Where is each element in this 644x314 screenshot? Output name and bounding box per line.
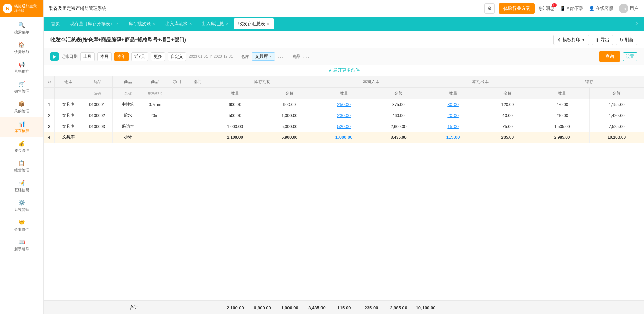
sidebar-icon-operations: 📋: [18, 160, 25, 166]
cell-spec: [143, 132, 167, 143]
service-icon: 👤: [589, 6, 594, 11]
top-header: 装备及固定资产辅助管理系统 ⚙ 体验行业方案 💬 消息 6 📱 App下载 👤 …: [44, 0, 644, 17]
th-settings[interactable]: ⚙: [44, 76, 55, 88]
sidebar-item-finance[interactable]: 💰 资金管理: [0, 137, 43, 156]
th-project: 项目: [167, 76, 187, 88]
sidebar-item-system[interactable]: ⚙️ 系统管理: [0, 196, 43, 216]
cell-name: 中性笔: [113, 99, 143, 110]
date-btn-last-month[interactable]: 上月: [80, 52, 95, 61]
cell-in-qty: 230.00: [317, 110, 371, 121]
message-button[interactable]: 💬 消息 6: [539, 5, 555, 12]
app-download-label: App下载: [567, 5, 583, 12]
online-service-button[interactable]: 👤 在线客服: [589, 5, 613, 12]
sidebar-item-operations[interactable]: 📋 经营管理: [0, 156, 43, 176]
tab-summary[interactable]: 出入库汇总 ×: [197, 18, 233, 29]
sidebar-label-sales: 销售管理: [14, 89, 29, 94]
date-btn-this-month[interactable]: 本月: [97, 52, 112, 61]
user-avatar[interactable]: Ea 用户: [619, 4, 639, 13]
sidebar-item-sales[interactable]: 🛒 销售管理: [0, 78, 43, 97]
sidebar-item-search[interactable]: 🔍 搜索菜单: [0, 18, 43, 38]
message-icon: 💬: [539, 6, 544, 11]
goods-ellipsis[interactable]: ...: [303, 53, 310, 60]
in-qty-link[interactable]: 230.00: [337, 113, 351, 118]
system-title: 装备及固定资产辅助管理系统: [49, 5, 480, 12]
header-settings-button[interactable]: ⚙: [484, 3, 495, 14]
th-in-qty: 数量: [317, 88, 371, 99]
th-out-amt: 金额: [480, 88, 535, 99]
sidebar-item-inventory[interactable]: 📊 库存核算: [0, 117, 43, 137]
cell-init-qty: 500.00: [208, 110, 262, 121]
date-btn-custom[interactable]: 自定义: [168, 52, 186, 61]
sidebar-icon-system: ⚙️: [18, 199, 25, 206]
app-download-button[interactable]: 📱 App下载: [560, 5, 583, 12]
tab-summary-close[interactable]: ×: [226, 22, 228, 26]
out-qty-link[interactable]: 115.00: [446, 135, 460, 140]
out-qty-link[interactable]: 20.00: [447, 113, 459, 118]
sidebar-item-quick-nav[interactable]: 🏠 快捷导航: [0, 38, 43, 58]
cell-project: [167, 110, 187, 121]
total-label: 合计: [46, 304, 222, 311]
in-qty-link[interactable]: 250.00: [337, 102, 351, 107]
tab-batch[interactable]: 库存批次账 ×: [124, 18, 160, 29]
cell-bal-qty: 1,505.00: [535, 121, 589, 132]
date-btn-more[interactable]: 更多: [151, 52, 165, 61]
page-header: 收发存汇总表(按仓库+商品编码+商品+规格型号+项目+部门) 🖨 模板打印 ▼ …: [44, 31, 644, 48]
sidebar-item-marketing[interactable]: 📢 营销推广: [0, 58, 43, 78]
sidebar-item-guide[interactable]: 📖 新手引导: [0, 235, 43, 255]
tab-batch-close[interactable]: ×: [153, 22, 155, 26]
cell-out-qty: 20.00: [426, 110, 480, 121]
cell-out-qty: 80.00: [426, 99, 480, 110]
sidebar-item-enterprise[interactable]: 🤝 企业协同: [0, 216, 43, 235]
refresh-button[interactable]: ↻ 刷新: [616, 35, 637, 45]
tab-inventory-dist-label: 现存量（库存分布表）: [70, 21, 114, 27]
filter-goods-section: 商品 ...: [292, 53, 310, 60]
export-label: 导出: [600, 37, 609, 43]
out-qty-link[interactable]: 80.00: [447, 102, 459, 107]
data-table: ⚙ 仓库 商品 商品 商品 项目 部门 库存期初 本期入库 本期出库 结存: [44, 76, 644, 143]
cell-num: 3: [44, 121, 55, 132]
sidebar-item-purchase[interactable]: 📦 采购管理: [0, 97, 43, 117]
th-init-stock: 库存期初: [208, 76, 317, 88]
sidebar-icon-purchase: 📦: [18, 101, 25, 107]
tab-home[interactable]: 首页: [46, 18, 65, 29]
logo-text: 畅捷通好生意: [14, 4, 37, 9]
tab-inventory-dist[interactable]: 现存量（库存分布表） ×: [65, 18, 123, 29]
expand-conditions-button[interactable]: ∨ 展开更多条件: [328, 67, 360, 73]
cell-bal-amt: 1,420.00: [589, 110, 644, 121]
export-button[interactable]: ⬆ 导出: [592, 35, 613, 45]
tab-receive-send-label: 收发存汇总表: [238, 21, 265, 27]
tab-flow[interactable]: 出入库流水 ×: [161, 18, 196, 29]
sidebar-icon-search: 🔍: [18, 22, 25, 28]
th-init-amt: 金额: [262, 88, 317, 99]
in-qty-link[interactable]: 1,000.00: [335, 135, 353, 140]
date-btn-this-year[interactable]: 本年: [114, 52, 129, 61]
settings-link[interactable]: 设置: [623, 52, 637, 61]
sidebar-icon-enterprise: 🤝: [18, 219, 25, 226]
filter-toggle-button[interactable]: ▶: [50, 52, 59, 61]
out-qty-link[interactable]: 15.00: [447, 124, 459, 129]
in-qty-link[interactable]: 520.00: [337, 124, 351, 129]
cell-num: 1: [44, 99, 55, 110]
warehouse-tag-close[interactable]: ×: [269, 54, 271, 59]
sidebar-item-basic-info[interactable]: 📝 基础信息: [0, 176, 43, 196]
tab-bar-close-button[interactable]: ×: [633, 21, 641, 27]
sidebar-icon-marketing: 📢: [18, 61, 25, 68]
cell-num: 2: [44, 110, 55, 121]
cell-project: [167, 132, 187, 143]
tab-summary-label: 出入库汇总: [202, 21, 224, 27]
tab-receive-send-close[interactable]: ×: [267, 22, 269, 26]
tab-flow-close[interactable]: ×: [189, 22, 192, 26]
print-template-button[interactable]: 🖨 模板打印 ▼: [553, 35, 589, 45]
footer-total: 合计 2,100.00 6,900.00 1,000.00 3,435.00 1…: [44, 300, 644, 314]
query-button[interactable]: 查询: [599, 51, 620, 62]
date-btn-7days[interactable]: 近7天: [131, 52, 148, 61]
th-code-sub: 编码: [82, 88, 113, 99]
warehouse-ellipsis[interactable]: ...: [278, 53, 284, 60]
date-range-text: 2023-01-01 至 2023-12-31: [189, 54, 233, 59]
tab-inventory-dist-close[interactable]: ×: [116, 22, 118, 26]
tab-receive-send[interactable]: 收发存汇总表 ×: [234, 18, 274, 29]
cell-code: 0100002: [82, 110, 113, 121]
th-bal-qty: 数量: [535, 88, 589, 99]
th-dept-sub: [187, 88, 208, 99]
try-industry-button[interactable]: 体验行业方案: [499, 3, 535, 14]
